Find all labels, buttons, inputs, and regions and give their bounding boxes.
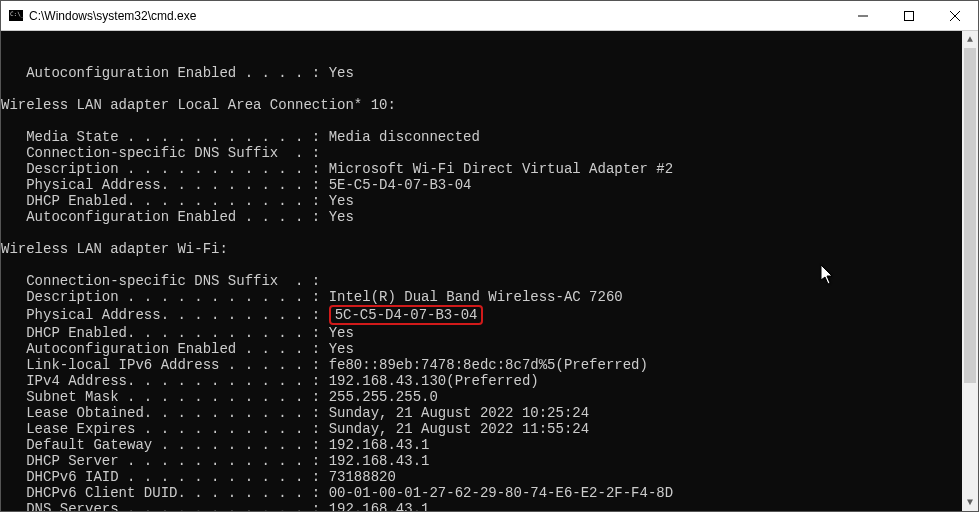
adapter-field: DNS Servers . . . . . . . . . . . : 192.…: [1, 501, 978, 511]
field-label: DHCP Enabled. . . . . . . . . . . :: [1, 325, 329, 341]
field-label: Lease Expires . . . . . . . . . . :: [1, 421, 329, 437]
window-title: C:\Windows\system32\cmd.exe: [25, 9, 840, 23]
adapter-field: DHCPv6 Client DUID. . . . . . . . : 00-0…: [1, 485, 978, 501]
adapter-field: Physical Address. . . . . . . . . : 5C-C…: [1, 305, 978, 325]
adapter-field: Link-local IPv6 Address . . . . . : fe80…: [1, 357, 978, 373]
close-button[interactable]: [932, 1, 978, 30]
field-label: DHCP Server . . . . . . . . . . . :: [1, 453, 329, 469]
scroll-down-arrow-icon[interactable]: ▼: [962, 494, 978, 511]
autoconfig-line: Autoconfiguration Enabled . . . . : Yes: [1, 65, 978, 81]
adapter-field: Lease Obtained. . . . . . . . . . : Sund…: [1, 405, 978, 421]
field-label: Subnet Mask . . . . . . . . . . . :: [1, 389, 329, 405]
field-label: Connection-specific DNS Suffix . :: [1, 145, 329, 161]
blank-line: [1, 257, 978, 273]
field-label: IPv4 Address. . . . . . . . . . . :: [1, 373, 329, 389]
field-label: Default Gateway . . . . . . . . . :: [1, 437, 329, 453]
field-value: fe80::89eb:7478:8edc:8c7d%5(Preferred): [329, 357, 648, 373]
field-value: Sunday, 21 August 2022 10:25:24: [329, 405, 589, 421]
field-value: Yes: [329, 193, 354, 209]
field-label: DHCP Enabled. . . . . . . . . . . :: [1, 193, 329, 209]
field-value: Sunday, 21 August 2022 11:55:24: [329, 421, 589, 437]
adapter-field: Description . . . . . . . . . . . : Inte…: [1, 289, 978, 305]
field-label: Autoconfiguration Enabled . . . . :: [1, 341, 329, 357]
field-value: Yes: [329, 341, 354, 357]
adapter-field: Physical Address. . . . . . . . . : 5E-C…: [1, 177, 978, 193]
field-value: Yes: [329, 65, 354, 81]
adapter-field: Default Gateway . . . . . . . . . : 192.…: [1, 437, 978, 453]
field-label: Connection-specific DNS Suffix . :: [1, 273, 329, 289]
adapter-field: Connection-specific DNS Suffix . :: [1, 273, 978, 289]
field-label: Description . . . . . . . . . . . :: [1, 289, 329, 305]
field-label: Physical Address. . . . . . . . . :: [1, 177, 329, 193]
cmd-icon: [1, 10, 25, 21]
field-label: Description . . . . . . . . . . . :: [1, 161, 329, 177]
minimize-button[interactable]: [840, 1, 886, 30]
svg-rect-1: [905, 11, 914, 20]
field-label: DNS Servers . . . . . . . . . . . :: [1, 501, 329, 511]
cmd-window: C:\Windows\system32\cmd.exe Autoconfigur…: [0, 0, 979, 512]
blank-line: [1, 225, 978, 241]
field-label: Autoconfiguration Enabled . . . . :: [1, 209, 329, 225]
adapter-field: DHCP Enabled. . . . . . . . . . . : Yes: [1, 325, 978, 341]
adapter-field: Autoconfiguration Enabled . . . . : Yes: [1, 209, 978, 225]
adapter-field: Lease Expires . . . . . . . . . . : Sund…: [1, 421, 978, 437]
field-value: Yes: [329, 325, 354, 341]
adapter-field: Subnet Mask . . . . . . . . . . . : 255.…: [1, 389, 978, 405]
vertical-scrollbar[interactable]: ▲ ▼: [962, 31, 978, 511]
adapter-field: DHCPv6 IAID . . . . . . . . . . . : 7318…: [1, 469, 978, 485]
field-value: 00-01-00-01-27-62-29-80-74-E6-E2-2F-F4-8…: [329, 485, 673, 501]
field-value: 192.168.43.1: [329, 453, 430, 469]
scroll-up-arrow-icon[interactable]: ▲: [962, 31, 978, 48]
adapter-field: Media State . . . . . . . . . . . : Medi…: [1, 129, 978, 145]
adapter-field: Connection-specific DNS Suffix . :: [1, 145, 978, 161]
field-label: Media State . . . . . . . . . . . :: [1, 129, 329, 145]
maximize-button[interactable]: [886, 1, 932, 30]
adapter-header: Wireless LAN adapter Wi-Fi:: [1, 241, 978, 257]
adapter-field: DHCP Enabled. . . . . . . . . . . : Yes: [1, 193, 978, 209]
adapter-field: Autoconfiguration Enabled . . . . : Yes: [1, 341, 978, 357]
terminal-output[interactable]: Autoconfiguration Enabled . . . . : Yes …: [1, 31, 978, 511]
adapter-field: DHCP Server . . . . . . . . . . . : 192.…: [1, 453, 978, 469]
field-value: Yes: [329, 209, 354, 225]
field-value: 73188820: [329, 469, 396, 485]
adapter-field: Description . . . . . . . . . . . : Micr…: [1, 161, 978, 177]
field-value: 192.168.43.1: [329, 437, 430, 453]
field-value: 192.168.43.130(Preferred): [329, 373, 539, 389]
field-value: Intel(R) Dual Band Wireless-AC 7260: [329, 289, 623, 305]
adapter-field: IPv4 Address. . . . . . . . . . . : 192.…: [1, 373, 978, 389]
field-value: Media disconnected: [329, 129, 480, 145]
scroll-thumb[interactable]: [964, 48, 976, 383]
field-label: DHCPv6 Client DUID. . . . . . . . :: [1, 485, 329, 501]
titlebar[interactable]: C:\Windows\system32\cmd.exe: [1, 1, 978, 31]
blank-line: [1, 113, 978, 129]
adapter-header: Wireless LAN adapter Local Area Connecti…: [1, 97, 978, 113]
field-label: DHCPv6 IAID . . . . . . . . . . . :: [1, 469, 329, 485]
field-label: Link-local IPv6 Address . . . . . :: [1, 357, 329, 373]
field-value: Microsoft Wi-Fi Direct Virtual Adapter #…: [329, 161, 673, 177]
field-label: Physical Address. . . . . . . . . :: [1, 307, 329, 323]
scroll-track[interactable]: [962, 48, 978, 494]
blank-line: [1, 81, 978, 97]
field-value: 192.168.43.1: [329, 501, 430, 511]
field-label: Autoconfiguration Enabled . . . . :: [1, 65, 329, 81]
field-value: 5C-C5-D4-07-B3-04: [329, 305, 484, 325]
field-value: 5E-C5-D4-07-B3-04: [329, 177, 472, 193]
field-label: Lease Obtained. . . . . . . . . . :: [1, 405, 329, 421]
field-value: 255.255.255.0: [329, 389, 438, 405]
